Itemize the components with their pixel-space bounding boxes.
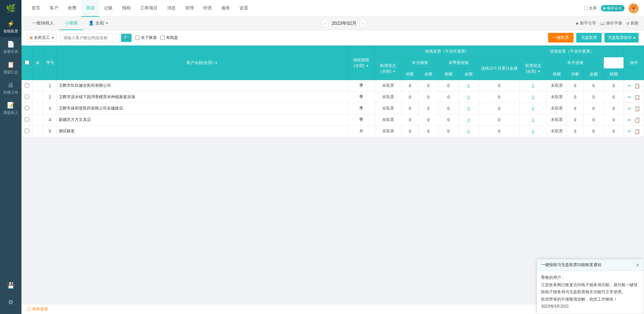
search-box: 🔍 bbox=[60, 34, 132, 42]
manual-icon: 📖 bbox=[600, 21, 605, 26]
edit-icon[interactable]: ✏ bbox=[628, 129, 632, 134]
row-checkbox-cell[interactable] bbox=[22, 114, 33, 126]
no-disk-fetch-button[interactable]: 无盘取票 bbox=[576, 33, 602, 43]
row-checkbox[interactable] bbox=[25, 83, 29, 87]
named-accounts-checkbox[interactable] bbox=[135, 36, 140, 40]
row-checkbox[interactable] bbox=[25, 117, 29, 122]
avatar[interactable]: 🦊 bbox=[629, 3, 639, 13]
nav-collection[interactable]: 收费 bbox=[63, 0, 81, 17]
row-checkbox-cell[interactable] bbox=[22, 80, 33, 91]
main-table: ⚙ 序号 客户名称(全部) ▼ 纳税期限(全部) ▼ 销项发票（不含作废票） 进… bbox=[21, 46, 644, 137]
row-tax-period: 季 bbox=[348, 80, 375, 91]
row-tax-period: 季 bbox=[348, 91, 375, 103]
tab-general[interactable]: 一般纳税人 bbox=[27, 17, 59, 30]
notification-close-button[interactable]: ✕ bbox=[636, 262, 640, 268]
tab-all[interactable]: 👤 全能 ▾ bbox=[83, 17, 113, 30]
nav-bookkeeping[interactable]: 记账 bbox=[99, 0, 117, 17]
sidebar-item-invoice-entry[interactable]: 📝 票据录入 bbox=[0, 98, 21, 119]
sidebar-item-invoice-summary[interactable]: 📋 票据汇总 bbox=[0, 58, 21, 78]
status-text[interactable]: 税务政策 bbox=[32, 306, 48, 312]
notification-date: 2023年3月20日 bbox=[541, 303, 640, 310]
nav-manage[interactable]: 管理 bbox=[180, 0, 199, 17]
tabbar: 一般纳税人 小规模 👤 全能 ▾ ‹ 2023年02月 › bbox=[21, 17, 644, 30]
edit-icon[interactable]: ✏ bbox=[628, 117, 632, 123]
row-checkbox-cell[interactable] bbox=[22, 126, 33, 137]
sidebar-item-download[interactable]: 💾 bbox=[7, 279, 14, 292]
vip-button[interactable]: ▶ 畅享会员 bbox=[601, 5, 625, 11]
manual-btn[interactable]: 📖 操作手册 bbox=[600, 20, 622, 26]
row-action-cell: ✏ 📋 bbox=[624, 126, 644, 137]
view-icon[interactable]: 📋 bbox=[634, 129, 640, 134]
guide-icon: ★ bbox=[575, 21, 579, 26]
all-tab-icon: 👤 bbox=[89, 20, 94, 25]
nav-settings[interactable]: 设置 bbox=[235, 0, 253, 17]
row-action-cell: ✏ 📋 bbox=[624, 103, 644, 114]
one-key-fetch-button[interactable]: 一键取票 bbox=[548, 33, 574, 43]
row-input-monthly-tax: 0 bbox=[604, 126, 624, 137]
edit-icon[interactable]: ✏ bbox=[628, 95, 632, 100]
settings-col-icon: ⚙ bbox=[36, 61, 40, 65]
nav-service[interactable]: 服务 bbox=[217, 0, 235, 17]
nav-operation[interactable]: 经营 bbox=[199, 0, 217, 17]
refresh-btn[interactable]: ↺ 刷新 bbox=[626, 20, 639, 26]
toolbar-right: 一键取票 无盘取票 无盘取票操作 ▾ bbox=[548, 33, 639, 43]
new-guide-btn[interactable]: ★ 新手引导 bbox=[575, 20, 596, 26]
th-sales-annual: 连续12个月累计金额 bbox=[479, 57, 520, 80]
next-month-button[interactable]: › bbox=[359, 19, 367, 27]
row-checkbox[interactable] bbox=[25, 95, 29, 99]
download-icon: 💾 bbox=[7, 282, 14, 289]
th-action: 操作 bbox=[624, 46, 644, 80]
nav-message[interactable]: 消息 bbox=[162, 0, 180, 17]
th-settings: ⚙ bbox=[33, 46, 43, 80]
sidebar-item-smart-fetch[interactable]: ⚡ 智能取票 bbox=[0, 17, 21, 37]
vip-icon: ▶ bbox=[603, 6, 606, 10]
th-checkbox bbox=[22, 46, 33, 80]
checkbox-named-accounts[interactable]: 名下账套 bbox=[135, 35, 157, 41]
tab-small[interactable]: 小规模 bbox=[59, 17, 83, 30]
fullscreen-btn[interactable]: ⛶ 全屏 bbox=[584, 5, 597, 11]
sidebar-item-label: 智能取票 bbox=[3, 29, 18, 34]
nav-business[interactable]: 工商项目 bbox=[136, 0, 162, 17]
view-icon[interactable]: 📋 bbox=[634, 106, 640, 111]
edit-icon[interactable]: ✏ bbox=[628, 106, 632, 111]
search-input[interactable] bbox=[61, 34, 121, 42]
row-settings-cell bbox=[33, 103, 43, 114]
view-icon[interactable]: 📋 bbox=[634, 117, 640, 123]
row-checkbox[interactable] bbox=[25, 129, 29, 133]
employee-select[interactable]: 全部员工 ▾ bbox=[27, 34, 57, 42]
sidebar-item-scan-upload[interactable]: 🖨 扫描上传 bbox=[0, 78, 21, 98]
table-row: 4 新建区方方文具店 季 未取票 0 0 0 0 0 0 未取票 0 0 0 ✏… bbox=[22, 114, 644, 126]
row-sales-monthly-amount: 0 bbox=[418, 91, 438, 103]
no-disk-ops-button[interactable]: 无盘取票操作 ▾ bbox=[604, 33, 639, 43]
search-icon: 🔍 bbox=[124, 36, 129, 40]
sidebar-item-settings[interactable]: ⚙ bbox=[7, 296, 14, 309]
notification-title: 一键报税与无盘取票功能恢复通知 bbox=[541, 262, 601, 268]
row-sales-monthly-count: 0 bbox=[401, 103, 418, 114]
sidebar-item-label: 票据汇总 bbox=[3, 70, 18, 75]
sidebar-item-label: 票据录入 bbox=[3, 110, 18, 115]
sidebar-item-invoice-open[interactable]: 📄 发票开具 bbox=[0, 37, 21, 58]
row-checkbox-cell[interactable] bbox=[22, 91, 33, 103]
select-all-checkbox[interactable] bbox=[25, 60, 29, 65]
month-nav: ‹ 2023年02月 › bbox=[321, 19, 368, 27]
edit-icon[interactable]: ✏ bbox=[628, 83, 632, 88]
th-sales-monthly-count: 份数 bbox=[401, 69, 418, 80]
sidebar-item-label: 扫描上传 bbox=[3, 90, 18, 95]
view-icon[interactable]: 📋 bbox=[634, 83, 640, 88]
nav-tax[interactable]: 报税 bbox=[117, 0, 136, 17]
topnav-right: ⛶ 全屏 ▶ 畅享会员 🦊 bbox=[584, 3, 639, 13]
chevron-down-icon: ▾ bbox=[106, 21, 108, 25]
nav-customer[interactable]: 客户 bbox=[45, 0, 63, 17]
row-sales-annual-amount: 0 bbox=[520, 91, 547, 103]
view-icon[interactable]: 📋 bbox=[634, 95, 640, 100]
has-taxdisk-checkbox[interactable] bbox=[160, 36, 165, 40]
nav-invoice[interactable]: 票据 bbox=[81, 0, 99, 17]
th-sales-group: 销项发票（不含作废票） bbox=[375, 46, 520, 57]
prev-month-button[interactable]: ‹ bbox=[321, 19, 329, 27]
notification-panel: 一键报税与无盘取票功能恢复通知 ✕ 尊敬的用户： 江苏政务网已恢复访问电子税务局… bbox=[537, 259, 644, 314]
row-checkbox[interactable] bbox=[25, 106, 29, 110]
search-button[interactable]: 🔍 bbox=[121, 34, 131, 42]
row-checkbox-cell[interactable] bbox=[22, 103, 33, 114]
checkbox-has-taxdisk[interactable]: 有税盘 bbox=[160, 35, 178, 41]
nav-home[interactable]: 首页 bbox=[27, 0, 45, 17]
